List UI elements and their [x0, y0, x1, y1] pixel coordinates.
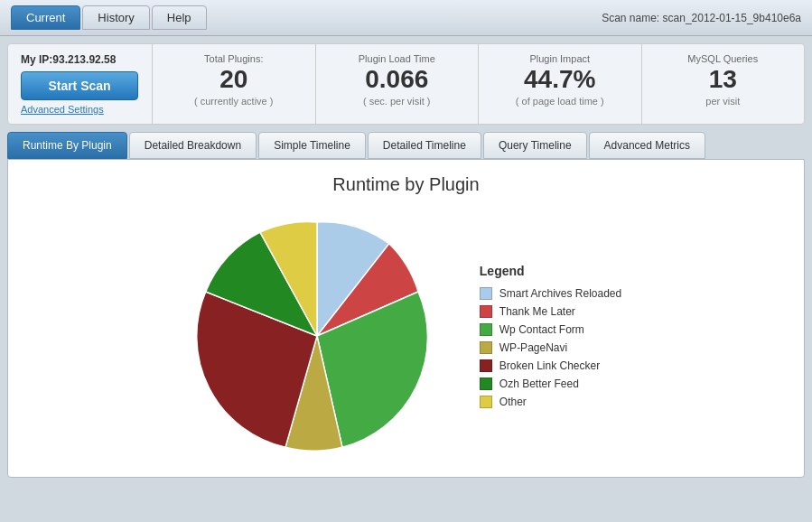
plugin-impact-label: Plugin Impact	[491, 53, 629, 64]
legend-label-1: Thank Me Later	[499, 305, 575, 318]
my-ip-section: My IP:93.213.92.58 Start Scan Advanced S…	[8, 44, 153, 124]
legend-item-1: Thank Me Later	[480, 305, 621, 318]
legend-label-5: Ozh Better Feed	[499, 378, 579, 390]
total-plugins-value: 20	[165, 66, 303, 94]
tab-advanced-metrics[interactable]: Advanced Metrics	[589, 132, 705, 159]
tab-query-timeline[interactable]: Query Timeline	[483, 132, 587, 159]
legend-label-0: Smart Archives Reloaded	[499, 287, 621, 300]
legend-label-4: Broken Link Checker	[499, 359, 600, 372]
total-plugins-sub: ( currently active )	[165, 96, 303, 107]
nav-tab-history[interactable]: History	[82, 5, 149, 30]
plugin-load-time-value: 0.066	[329, 66, 466, 94]
chart-title: Runtime by Plugin	[23, 174, 789, 195]
main-content: Runtime by Plugin	[7, 159, 805, 478]
advanced-settings-link[interactable]: Advanced Settings	[21, 104, 139, 115]
legend-color-5	[480, 378, 492, 390]
legend-item-5: Ozh Better Feed	[480, 378, 621, 390]
legend-item-0: Smart Archives Reloaded	[480, 287, 621, 300]
total-plugins-label: Total Plugins:	[165, 53, 303, 64]
nav-tab-help[interactable]: Help	[152, 5, 207, 30]
plugin-load-time-label: Plugin Load Time	[329, 53, 466, 64]
plugin-impact-stat: Plugin Impact 44.7% ( of page load time …	[479, 44, 642, 124]
legend-item-4: Broken Link Checker	[480, 359, 621, 372]
tab-simple-timeline[interactable]: Simple Timeline	[258, 132, 366, 159]
legend-label-2: Wp Contact Form	[499, 323, 584, 336]
legend-label-3: WP-PageNavi	[499, 341, 567, 354]
plugin-load-time-stat: Plugin Load Time 0.066 ( sec. per visit …	[316, 44, 480, 124]
tab-bar: Runtime By Plugin Detailed Breakdown Sim…	[7, 132, 805, 159]
legend-color-1	[480, 305, 492, 318]
chart-area: Legend Smart Archives Reloaded Thank Me …	[23, 210, 789, 462]
legend-label-6: Other	[499, 396, 527, 408]
app-wrapper: Current History Help Scan name: scan_201…	[0, 0, 812, 522]
scan-name: Scan name: scan_2012-01-15_9b410e6a	[602, 12, 801, 24]
nav-tab-current[interactable]: Current	[11, 5, 80, 30]
tab-detailed-breakdown[interactable]: Detailed Breakdown	[129, 132, 257, 159]
legend-item-3: WP-PageNavi	[480, 341, 621, 354]
plugin-impact-value: 44.7%	[491, 66, 629, 94]
legend-item-2: Wp Contact Form	[480, 323, 621, 336]
legend-item-6: Other	[480, 396, 621, 408]
mysql-queries-label: MySQL Queries	[655, 53, 792, 64]
plugin-load-time-sub: ( sec. per visit )	[329, 96, 466, 107]
pie-chart	[191, 210, 443, 462]
legend-title: Legend	[480, 264, 621, 278]
mysql-queries-value: 13	[655, 66, 792, 94]
legend-color-6	[480, 396, 492, 408]
mysql-queries-sub: per visit	[655, 96, 792, 107]
my-ip-label: My IP:93.213.92.58	[21, 53, 139, 66]
legend-color-3	[480, 341, 492, 354]
stats-bar: My IP:93.213.92.58 Start Scan Advanced S…	[7, 43, 805, 125]
total-plugins-stat: Total Plugins: 20 ( currently active )	[153, 44, 316, 124]
plugin-impact-sub: ( of page load time )	[491, 96, 629, 107]
legend-color-0	[480, 287, 492, 300]
tab-detailed-timeline[interactable]: Detailed Timeline	[368, 132, 481, 159]
top-nav: Current History Help Scan name: scan_201…	[0, 0, 812, 36]
chart-legend: Legend Smart Archives Reloaded Thank Me …	[480, 264, 621, 408]
mysql-queries-stat: MySQL Queries 13 per visit	[642, 44, 805, 124]
legend-color-4	[480, 359, 492, 372]
legend-color-2	[480, 323, 492, 336]
nav-tabs: Current History Help	[11, 5, 207, 30]
pie-svg	[191, 210, 443, 462]
start-scan-button[interactable]: Start Scan	[21, 71, 138, 100]
tab-runtime-by-plugin[interactable]: Runtime By Plugin	[7, 132, 127, 159]
